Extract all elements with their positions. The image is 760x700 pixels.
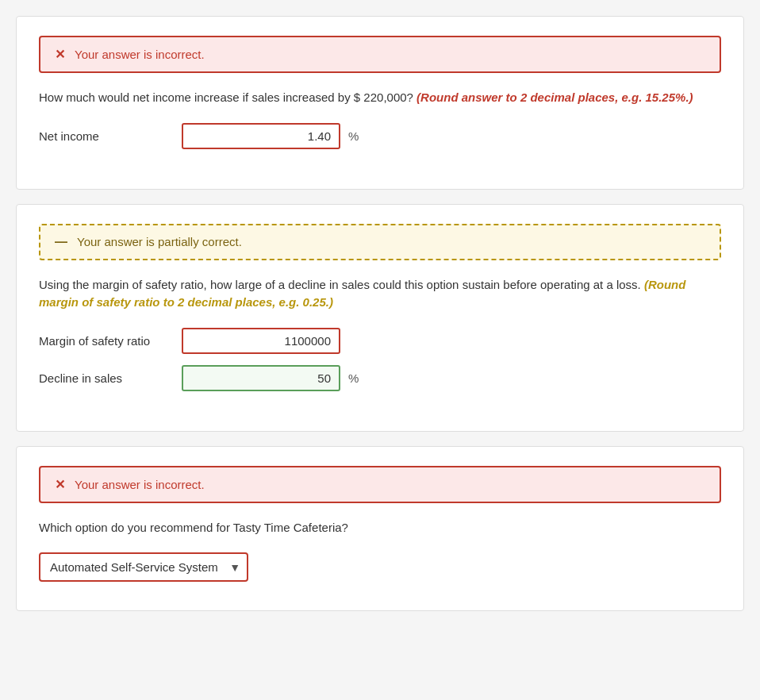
section-2: — Your answer is partially correct. Usin… (16, 204, 744, 432)
net-income-unit: % (348, 129, 359, 143)
alert-partial-2: — Your answer is partially correct. (39, 224, 721, 260)
decline-sales-unit: % (348, 371, 359, 385)
question-text-1: How much would net income increase if sa… (39, 89, 721, 107)
field-row-margin-ratio: Margin of safety ratio (39, 328, 721, 354)
margin-ratio-input[interactable] (182, 328, 340, 354)
decline-sales-input[interactable] (182, 365, 340, 391)
field-row-decline-sales: Decline in sales % (39, 365, 721, 391)
alert-incorrect-3: ✕ Your answer is incorrect. (39, 466, 721, 503)
alert-message-3: Your answer is incorrect. (75, 478, 205, 491)
question-text-3: Which option do you recommend for Tasty … (39, 519, 721, 537)
option-select[interactable]: Automated Self-Service System Manual Ser… (39, 552, 248, 582)
hint-1: (Round answer to 2 decimal places, e.g. … (416, 90, 693, 104)
question-text-2: Using the margin of safety ratio, how la… (39, 276, 721, 312)
alert-incorrect-1: ✕ Your answer is incorrect. (39, 36, 721, 73)
field-row-net-income: Net income % (39, 123, 721, 149)
net-income-input[interactable] (182, 123, 340, 149)
section-3: ✕ Your answer is incorrect. Which option… (16, 446, 744, 612)
minus-icon-2: — (55, 235, 67, 249)
field-label-decline-sales: Decline in sales (39, 371, 174, 385)
x-icon-3: ✕ (55, 477, 65, 492)
section-1: ✕ Your answer is incorrect. How much wou… (16, 16, 744, 190)
alert-message-2: Your answer is partially correct. (77, 235, 242, 248)
field-label-net-income: Net income (39, 129, 174, 143)
alert-message-1: Your answer is incorrect. (75, 48, 205, 61)
field-label-margin-ratio: Margin of safety ratio (39, 334, 174, 348)
dropdown-wrapper: Automated Self-Service System Manual Ser… (39, 552, 248, 582)
x-icon-1: ✕ (55, 47, 65, 62)
